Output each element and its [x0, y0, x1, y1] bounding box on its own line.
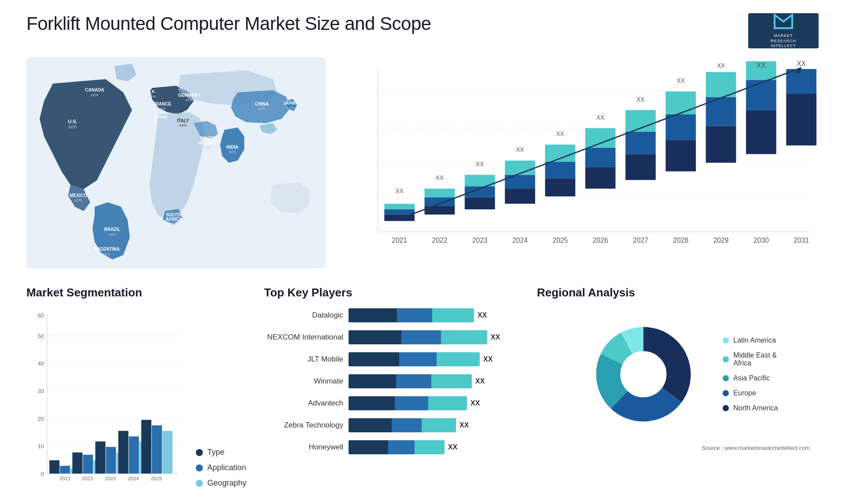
svg-text:2031: 2031: [794, 237, 809, 244]
legend-north-america: North America: [723, 404, 778, 412]
player-name: Datalogic: [264, 311, 343, 320]
svg-text:XX: XX: [395, 188, 403, 194]
players-title: Top Key Players: [264, 286, 519, 299]
bar-dark: [349, 396, 395, 410]
svg-text:XX: XX: [556, 131, 564, 137]
segmentation-container: Market Segmentation 0 10 20 30 40 50 60: [26, 286, 246, 504]
players-container: Top Key Players Datalogic XX NEXCOM Int: [264, 286, 519, 504]
svg-rect-128: [162, 431, 173, 474]
svg-rect-126: [141, 420, 151, 474]
europe-dot: [723, 390, 729, 396]
legend-geography: Geography: [196, 478, 246, 488]
svg-text:2023: 2023: [105, 476, 116, 481]
mea-label: Middle East &Africa: [733, 351, 777, 367]
type-dot: [196, 449, 203, 456]
svg-text:2024: 2024: [128, 476, 139, 481]
svg-rect-72: [706, 126, 736, 163]
svg-text:xx%: xx%: [108, 232, 116, 237]
svg-text:XX: XX: [636, 96, 644, 103]
bar-mid: [397, 308, 432, 322]
svg-rect-119: [106, 447, 116, 474]
player-bar: [349, 352, 480, 366]
svg-rect-76: [746, 110, 776, 154]
bar-value: XX: [448, 443, 457, 451]
donut-chart: [577, 308, 709, 440]
svg-rect-70: [665, 91, 696, 114]
svg-rect-41: [384, 209, 415, 215]
svg-rect-80: [786, 69, 816, 94]
svg-text:2027: 2027: [633, 237, 648, 244]
table-row: JLT Mobile XX: [264, 352, 519, 366]
legend-europe: Europe: [723, 389, 778, 397]
bar-light: [437, 352, 480, 366]
svg-point-135: [621, 351, 666, 397]
player-name: Honeywell: [264, 443, 343, 452]
svg-text:AFRICA: AFRICA: [165, 217, 182, 222]
regional-legend: Latin America Middle East &Africa Asia P…: [723, 336, 778, 412]
svg-rect-61: [585, 148, 616, 167]
svg-text:xx%: xx%: [148, 94, 155, 99]
svg-text:XX: XX: [717, 62, 725, 69]
player-bar: [349, 374, 472, 388]
svg-text:2022: 2022: [432, 237, 447, 244]
svg-rect-62: [585, 128, 616, 147]
player-bar: [349, 396, 467, 410]
svg-text:xx%: xx%: [158, 106, 165, 111]
table-row: Winmate XX: [264, 374, 519, 388]
legend-application: Application: [196, 463, 246, 472]
svg-text:2022: 2022: [82, 476, 93, 481]
svg-text:xx%: xx%: [179, 123, 187, 128]
bar-mid: [399, 352, 437, 366]
geo-dot: [196, 480, 203, 487]
svg-text:xx%: xx%: [69, 124, 77, 129]
svg-text:U.K.: U.K.: [147, 89, 156, 94]
svg-rect-60: [585, 167, 616, 189]
svg-text:MEXICO: MEXICO: [70, 193, 87, 198]
svg-text:ARGENTINA: ARGENTINA: [93, 247, 119, 252]
bar-value: XX: [478, 311, 487, 319]
page-container: Forklift Mounted Computer Market Size an…: [0, 0, 845, 504]
svg-text:50: 50: [38, 333, 44, 340]
bar-dark: [349, 374, 396, 388]
bar-dark: [349, 440, 388, 454]
svg-rect-65: [625, 131, 656, 154]
player-bar-area: XX: [349, 374, 519, 388]
seg-legend: Type Application Geography: [187, 448, 246, 501]
svg-rect-52: [505, 189, 535, 204]
north-america-label: North America: [733, 404, 778, 412]
svg-rect-111: [60, 466, 70, 474]
svg-text:ITALY: ITALY: [177, 118, 189, 123]
player-bar-area: XX: [349, 396, 519, 410]
bar-light: [415, 440, 445, 454]
player-bar: [349, 418, 456, 432]
bar-dark: [349, 418, 392, 432]
svg-text:0: 0: [41, 471, 44, 477]
svg-rect-110: [49, 460, 59, 474]
map-container: U.S. xx% CANADA xx% MEXICO xx% BRAZIL xx…: [26, 57, 326, 268]
svg-marker-0: [775, 15, 792, 28]
svg-text:XX: XX: [476, 161, 484, 168]
svg-rect-127: [152, 425, 162, 474]
svg-rect-48: [465, 197, 495, 209]
header: Forklift Mounted Computer Market Size an…: [26, 13, 819, 48]
bar-value: XX: [491, 333, 500, 341]
bar-value: XX: [475, 377, 485, 385]
bar-dark: [349, 352, 399, 366]
world-map-svg: U.S. xx% CANADA xx% MEXICO xx% BRAZIL xx…: [26, 57, 326, 268]
top-section: U.S. xx% CANADA xx% MEXICO xx% BRAZIL xx…: [26, 57, 819, 268]
svg-text:FRANCE: FRANCE: [153, 102, 171, 106]
svg-text:SPAIN: SPAIN: [154, 115, 167, 120]
svg-text:INDIA: INDIA: [226, 145, 238, 150]
player-bar-area: XX: [349, 308, 519, 322]
bar-value: XX: [483, 355, 492, 363]
regional-title: Regional Analysis: [537, 286, 819, 299]
svg-rect-45: [425, 197, 455, 206]
seg-chart-area: 0 10 20 30 40 50 60: [26, 308, 246, 501]
bar-light: [428, 396, 467, 410]
bar-value: XX: [459, 421, 469, 429]
svg-text:2026: 2026: [593, 237, 608, 244]
svg-text:XX: XX: [757, 62, 766, 69]
svg-text:2025: 2025: [151, 476, 162, 481]
mea-dot: [723, 356, 729, 362]
table-row: Honeywell XX: [264, 440, 519, 454]
